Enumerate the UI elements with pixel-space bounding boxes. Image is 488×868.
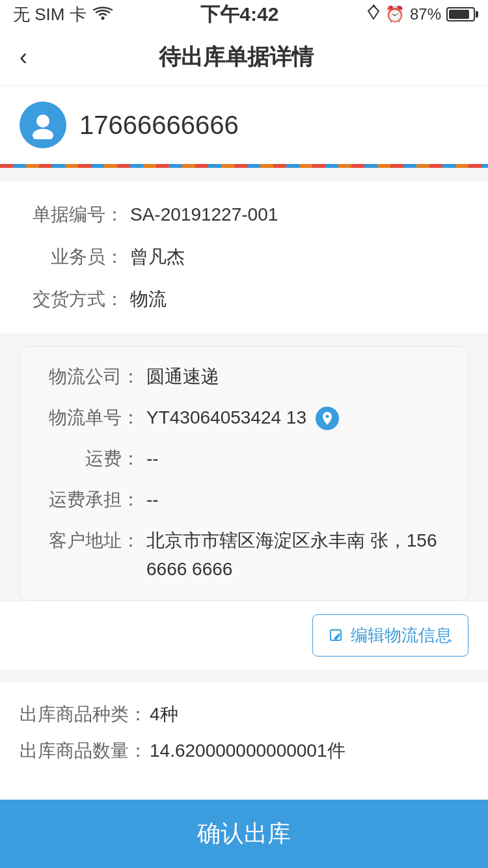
order-no-row: 单据编号： SA-20191227-001 — [20, 200, 468, 230]
delivery-method-row: 交货方式： 物流 — [20, 285, 468, 314]
delivery-method-value: 物流 — [130, 285, 468, 314]
svg-point-2 — [33, 129, 53, 139]
sales-person-label: 业务员： — [20, 243, 124, 272]
product-quantity-label: 出库商品数量： — [20, 739, 150, 763]
tracking-row: 物流单号： YT43064053424 13 — [36, 403, 452, 433]
logistics-company-value: 圆通速递 — [146, 362, 452, 392]
svg-point-1 — [36, 115, 49, 128]
edit-icon — [329, 628, 344, 644]
product-types-label: 出库商品种类： — [20, 702, 150, 727]
edit-logistics-label: 编辑物流信息 — [351, 624, 452, 647]
address-label: 客户地址： — [36, 526, 140, 556]
svg-point-0 — [101, 16, 104, 20]
status-bar: 无 SIM 卡 下午4:42 ⏰ 87% — [0, 0, 488, 29]
page-title: 待出库单据详情 — [40, 42, 432, 72]
freight-row: 运费： -- — [36, 444, 452, 474]
battery-icon — [446, 7, 475, 21]
freight-bearer-label: 运费承担： — [36, 485, 140, 515]
logistics-company-label: 物流公司： — [36, 362, 140, 392]
tracking-value: YT43064053424 13 — [146, 403, 452, 433]
alarm-icon: ⏰ — [385, 5, 405, 23]
status-right: ⏰ 87% — [367, 5, 475, 24]
order-no-label: 单据编号： — [20, 200, 124, 230]
nav-bar: ‹ 待出库单据详情 — [0, 29, 488, 86]
freight-value: -- — [146, 444, 452, 474]
address-row: 客户地址： 北京市市辖区海淀区永丰南 张，156 6666 6666 — [36, 526, 452, 585]
edit-btn-row: 编辑物流信息 — [0, 601, 488, 670]
logistics-card: 物流公司： 圆通速递 物流单号： YT43064053424 13 运费： --… — [20, 346, 468, 601]
avatar — [20, 102, 66, 148]
logistics-company-row: 物流公司： 圆通速递 — [36, 362, 452, 392]
freight-label: 运费： — [36, 444, 140, 474]
order-no-value: SA-20191227-001 — [130, 200, 468, 230]
sales-person-row: 业务员： 曾凡杰 — [20, 243, 468, 272]
edit-logistics-button[interactable]: 编辑物流信息 — [312, 614, 468, 657]
section-divider — [0, 670, 488, 683]
dashed-decoration — [0, 164, 488, 168]
product-types-row: 出库商品种类： 4种 — [20, 702, 468, 727]
tracking-label: 物流单号： — [36, 403, 140, 433]
product-types-value: 4种 — [150, 702, 178, 727]
customer-header: 17666666666 — [0, 86, 488, 164]
confirm-button[interactable]: 确认出库 — [0, 800, 488, 868]
location-status-icon — [367, 5, 380, 24]
customer-phone: 17666666666 — [79, 111, 239, 140]
freight-bearer-row: 运费承担： -- — [36, 485, 452, 515]
back-button[interactable]: ‹ — [20, 44, 27, 71]
svg-point-3 — [326, 414, 329, 418]
battery-percent: 87% — [410, 5, 441, 23]
order-info-section: 单据编号： SA-20191227-001 业务员： 曾凡杰 交货方式： 物流 — [0, 181, 488, 333]
product-quantity-value: 14.620000000000001件 — [150, 739, 346, 763]
status-left: 无 SIM 卡 — [13, 3, 113, 26]
delivery-method-label: 交货方式： — [20, 285, 124, 314]
sim-label: 无 SIM 卡 — [13, 3, 87, 26]
address-value: 北京市市辖区海淀区永丰南 张，156 6666 6666 — [146, 526, 452, 585]
sales-person-value: 曾凡杰 — [130, 243, 468, 272]
product-quantity-row: 出库商品数量： 14.620000000000001件 — [20, 739, 468, 763]
wifi-icon — [93, 5, 113, 25]
stats-section: 出库商品种类： 4种 出库商品数量： 14.620000000000001件 — [0, 683, 488, 788]
status-time: 下午4:42 — [200, 1, 278, 28]
freight-bearer-value: -- — [146, 485, 452, 515]
tracking-location-icon[interactable] — [316, 407, 339, 430]
confirm-button-label: 确认出库 — [197, 820, 291, 847]
